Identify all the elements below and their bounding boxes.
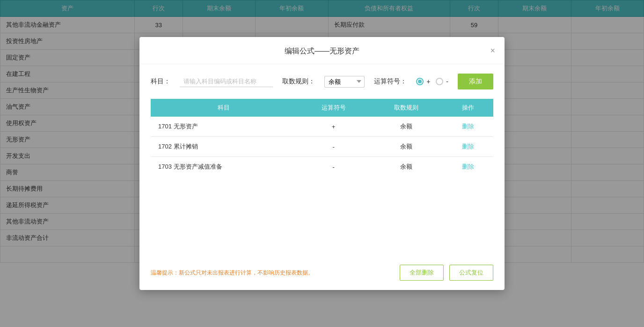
- radio-plus-circle: [416, 78, 424, 85]
- modal-close-button[interactable]: ×: [490, 46, 495, 55]
- operator-minus-label: -: [446, 78, 448, 85]
- action-cell[interactable]: 删除: [443, 157, 493, 177]
- operator-group: + -: [416, 78, 448, 85]
- operator-cell: -: [297, 137, 370, 157]
- hint-text: 温馨提示：新公式只对未出报表进行计算，不影响历史报表数据。: [151, 269, 314, 277]
- rule-cell: 余额: [370, 117, 443, 137]
- rule-cell: 余额: [370, 157, 443, 177]
- operator-cell: +: [297, 117, 370, 137]
- reset-button[interactable]: 公式复位: [449, 265, 493, 281]
- operator-plus-label: +: [426, 78, 430, 85]
- add-button[interactable]: 添加: [458, 74, 493, 89]
- inner-col-operator: 运算符号: [297, 99, 370, 117]
- modal-title: 编辑公式——无形资产: [285, 46, 359, 56]
- action-cell[interactable]: 删除: [443, 137, 493, 157]
- table-row: 1703 无形资产减值准备-余额删除: [151, 157, 493, 177]
- operator-plus-option[interactable]: +: [416, 78, 430, 85]
- subject-cell: 1701 无形资产: [151, 117, 297, 137]
- delete-all-button[interactable]: 全部删除: [400, 265, 444, 281]
- rule-cell: 余额: [370, 137, 443, 157]
- rule-select[interactable]: 余额 借方 贷方 借方累计 贷方累计: [324, 76, 365, 88]
- inner-col-action: 操作: [443, 99, 493, 117]
- inner-table: 科目 运算符号 取数规则 操作 1701 无形资产+余额删除1702 累计摊销-…: [151, 99, 493, 177]
- rule-label: 取数规则：: [282, 77, 315, 86]
- form-row: 科目： 取数规则： 余额 借方 贷方 借方累计 贷方累计 运算符号： +: [139, 64, 505, 99]
- subject-cell: 1703 无形资产减值准备: [151, 157, 297, 177]
- inner-col-subject: 科目: [151, 99, 297, 117]
- subject-input[interactable]: [180, 76, 273, 87]
- modal-header: 编辑公式——无形资产 ×: [139, 37, 505, 64]
- operator-minus-option[interactable]: -: [436, 78, 448, 85]
- footer-buttons: 全部删除 公式复位: [400, 265, 493, 281]
- table-row: 1701 无形资产+余额删除: [151, 117, 493, 137]
- action-cell[interactable]: 删除: [443, 117, 493, 137]
- modal-dialog: 编辑公式——无形资产 × 科目： 取数规则： 余额 借方 贷方 借方累计 贷方累…: [139, 37, 505, 290]
- delete-link[interactable]: 删除: [462, 163, 474, 170]
- subject-label: 科目：: [151, 77, 170, 86]
- subject-cell: 1702 累计摊销: [151, 137, 297, 157]
- radio-minus-circle: [436, 78, 443, 85]
- table-row: 1702 累计摊销-余额删除: [151, 137, 493, 157]
- inner-col-rule: 取数规则: [370, 99, 443, 117]
- rule-select-wrapper: 余额 借方 贷方 借方累计 贷方累计: [324, 76, 365, 88]
- operator-label: 运算符号：: [374, 77, 407, 86]
- operator-cell: -: [297, 157, 370, 177]
- modal-footer: 温馨提示：新公式只对未出报表进行计算，不影响历史报表数据。 全部删除 公式复位: [139, 255, 505, 290]
- modal-overlay: 编辑公式——无形资产 × 科目： 取数规则： 余额 借方 贷方 借方累计 贷方累…: [0, 0, 644, 327]
- delete-link[interactable]: 删除: [462, 123, 474, 130]
- delete-link[interactable]: 删除: [462, 143, 474, 150]
- inner-table-wrapper: 科目 运算符号 取数规则 操作 1701 无形资产+余额删除1702 累计摊销-…: [139, 99, 505, 255]
